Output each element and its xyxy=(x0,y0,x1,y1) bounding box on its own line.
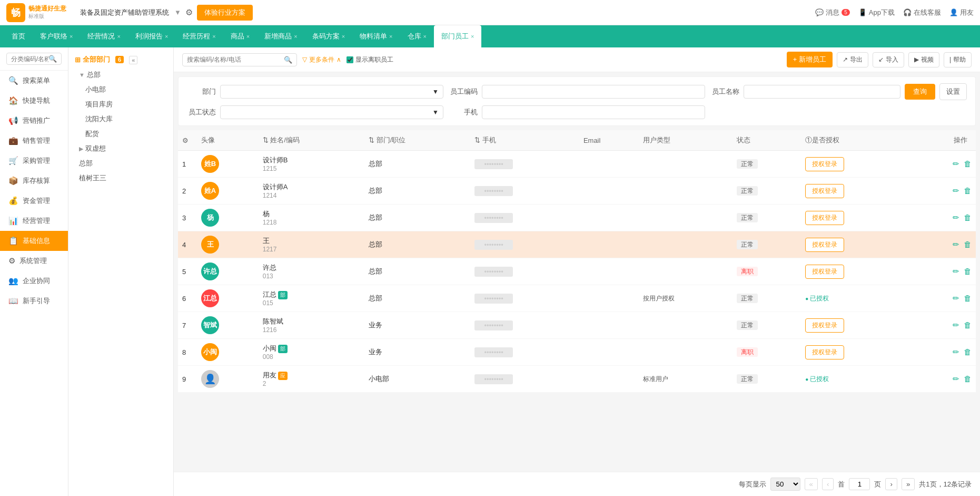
auth-login-btn[interactable]: 授权登录 xyxy=(805,318,844,333)
tab-barcode-close[interactable]: × xyxy=(342,33,345,40)
online-service-btn[interactable]: 🎧 在线客服 xyxy=(903,8,941,17)
filter-status-select[interactable]: ▼ xyxy=(220,105,443,119)
tab-addgoods-close[interactable]: × xyxy=(294,33,297,40)
dept-child-project[interactable]: 项目库房 xyxy=(73,97,173,112)
dept-group-header-hq[interactable]: ▼ 总部 xyxy=(73,67,173,82)
sidebar-item-inventory[interactable]: 📦 库存核算 xyxy=(0,171,68,191)
edit-btn[interactable]: ✏ xyxy=(953,374,959,384)
tab-operation-close[interactable]: × xyxy=(117,33,120,40)
sidebar-item-guide[interactable]: 📖 新手引导 xyxy=(0,291,68,311)
edit-btn[interactable]: ✏ xyxy=(953,213,959,222)
gear-icon[interactable]: ⚙ xyxy=(185,7,193,17)
col-dept[interactable]: ⇅ 部门/职位 xyxy=(364,130,470,151)
auth-login-btn[interactable]: 授权登录 xyxy=(805,265,844,279)
query-btn[interactable]: 查询 xyxy=(905,84,935,100)
auth-login-btn[interactable]: 授权登录 xyxy=(805,184,844,198)
tab-bom[interactable]: 物料清单 × xyxy=(352,25,400,47)
delete-btn[interactable]: 🗑 xyxy=(964,347,972,357)
next-page-btn[interactable]: › xyxy=(885,478,897,490)
col-name[interactable]: ⇅ 姓名/编码 xyxy=(259,130,364,151)
filter-empname-input[interactable] xyxy=(744,85,900,99)
edit-btn[interactable]: ✏ xyxy=(953,240,959,249)
dept-child-xiaodian[interactable]: 小电部 xyxy=(73,82,173,97)
dropdown-icon[interactable]: ▼ xyxy=(174,8,181,16)
tab-home[interactable]: 首页 xyxy=(4,25,33,47)
delete-btn[interactable]: 🗑 xyxy=(964,159,972,169)
tab-customer-close[interactable]: × xyxy=(70,33,73,40)
tab-warehouse[interactable]: 仓库 × xyxy=(400,25,434,47)
delete-btn[interactable]: 🗑 xyxy=(964,240,972,249)
app-download-btn[interactable]: 📱 App下载 xyxy=(858,8,895,17)
delete-btn[interactable]: 🗑 xyxy=(964,374,972,384)
tab-history[interactable]: 经营历程 × xyxy=(175,25,223,47)
last-page-btn[interactable]: » xyxy=(902,478,915,490)
user-btn[interactable]: 👤 用友 xyxy=(949,8,974,17)
show-resigned-label[interactable]: 显示离职员工 xyxy=(347,55,393,64)
tab-dept-staff[interactable]: 部门员工 × xyxy=(434,25,481,47)
page-input[interactable] xyxy=(849,478,870,490)
reset-btn[interactable]: 设置 xyxy=(939,83,967,100)
tab-bom-close[interactable]: × xyxy=(389,33,392,40)
search-input[interactable] xyxy=(187,56,282,63)
add-employee-btn[interactable]: + 新增员工 xyxy=(787,52,833,67)
sidebar-item-finance[interactable]: 💰 资金管理 xyxy=(0,191,68,211)
auth-login-btn[interactable]: 授权登录 xyxy=(805,345,844,359)
first-page-btn[interactable]: « xyxy=(805,478,818,490)
filter-dept-select[interactable]: ▼ xyxy=(220,85,443,99)
help-btn[interactable]: | 帮助 xyxy=(944,52,972,67)
more-filter-btn[interactable]: ▽ 更多条件 ∧ xyxy=(302,55,341,64)
export-btn[interactable]: ↗ 导出 xyxy=(837,52,868,67)
sidebar-item-purchase[interactable]: 🛒 采购管理 xyxy=(0,151,68,171)
sidebar-item-system[interactable]: ⚙ 系统管理 xyxy=(0,251,68,271)
sidebar-item-operation[interactable]: 📊 经营管理 xyxy=(0,211,68,231)
sidebar-item-basic[interactable]: 📋 基础信息 xyxy=(0,231,68,251)
col-settings[interactable]: ⚙ xyxy=(178,130,197,151)
tab-warehouse-close[interactable]: × xyxy=(423,33,427,40)
delete-btn[interactable]: 🗑 xyxy=(964,320,972,330)
col-phone[interactable]: ⇅ 手机 xyxy=(470,130,579,151)
auth-login-btn[interactable]: 授权登录 xyxy=(805,157,844,171)
sidebar-item-search[interactable]: 🔍 搜索菜单 xyxy=(0,71,68,91)
tab-operation[interactable]: 经营情况 × xyxy=(80,25,127,47)
edit-btn[interactable]: ✏ xyxy=(953,320,959,330)
delete-btn[interactable]: 🗑 xyxy=(964,186,972,196)
delete-btn[interactable]: 🗑 xyxy=(964,294,972,303)
sidebar-item-sales[interactable]: 💼 销售管理 xyxy=(0,131,68,151)
dept-group-header-hq2[interactable]: 总部 xyxy=(73,156,173,171)
tab-profit-close[interactable]: × xyxy=(165,33,168,40)
tab-goods[interactable]: 商品 × xyxy=(223,25,257,47)
tab-customer[interactable]: 客户联络 × xyxy=(33,25,80,47)
delete-btn[interactable]: 🗑 xyxy=(964,213,972,222)
edit-btn[interactable]: ✏ xyxy=(953,159,959,169)
trial-button[interactable]: 体验行业方案 xyxy=(197,5,253,21)
dept-child-distribution[interactable]: 配货 xyxy=(73,127,173,141)
dept-group-header-plant[interactable]: 植树王三 xyxy=(73,171,173,186)
auth-login-btn[interactable]: 授权登录 xyxy=(805,238,844,252)
sidebar-item-quicknav[interactable]: 🏠 快捷导航 xyxy=(0,91,68,111)
filter-empcode-input[interactable] xyxy=(482,85,705,99)
all-dept-label[interactable]: ⊞ 全部部门 6 « xyxy=(68,52,173,67)
sidebar-item-collab[interactable]: 👥 企业协同 xyxy=(0,271,68,291)
sidebar-item-marketing[interactable]: 📢 营销推广 xyxy=(0,111,68,131)
show-resigned-checkbox[interactable] xyxy=(347,56,353,63)
import-btn[interactable]: ↙ 导入 xyxy=(873,52,904,67)
tab-profit[interactable]: 利润报告 × xyxy=(128,25,175,47)
per-page-select[interactable]: 50 20 100 xyxy=(770,478,800,491)
dept-group-header-dual[interactable]: ▶ 双虚想 xyxy=(73,141,173,156)
dept-child-shenyang[interactable]: 沈阳大库 xyxy=(73,112,173,127)
edit-btn[interactable]: ✏ xyxy=(953,267,959,276)
filter-phone-input[interactable] xyxy=(482,105,705,119)
tab-barcode[interactable]: 条码方案 × xyxy=(305,25,352,47)
message-btn[interactable]: 💬 消息 5 xyxy=(815,8,850,17)
tab-deptstaff-close[interactable]: × xyxy=(471,33,474,40)
sidebar-search-input[interactable] xyxy=(11,55,48,63)
edit-btn[interactable]: ✏ xyxy=(953,294,959,303)
tab-add-goods[interactable]: 新增商品 × xyxy=(257,25,304,47)
edit-btn[interactable]: ✏ xyxy=(953,186,959,196)
edit-btn[interactable]: ✏ xyxy=(953,347,959,357)
tab-goods-close[interactable]: × xyxy=(246,33,250,40)
prev-page-btn[interactable]: ‹ xyxy=(822,478,834,490)
collapse-dept-btn[interactable]: « xyxy=(129,56,137,64)
auth-login-btn[interactable]: 授权登录 xyxy=(805,211,844,225)
tab-history-close[interactable]: × xyxy=(212,33,215,40)
